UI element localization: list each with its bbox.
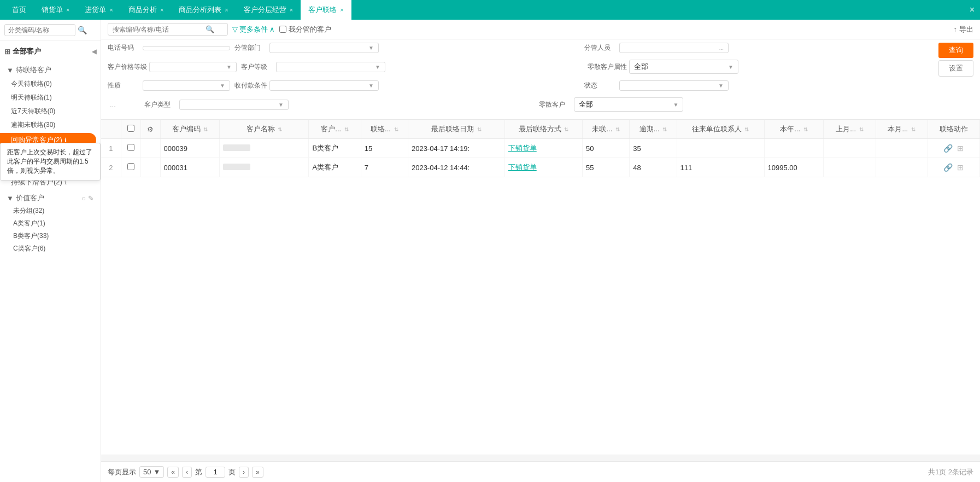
sort-overdue-icon[interactable]: ⇅ — [662, 126, 667, 132]
row1-checkbox[interactable] — [127, 144, 134, 151]
col-header-overdue: 逾期... ⇅ — [630, 120, 677, 139]
horizontal-scrollbar[interactable] — [101, 455, 980, 461]
top-navigation: 首页 销货单 × 进货单 × 商品分析 × 商品分析列表 × 客户分层经营 × … — [0, 0, 980, 20]
sidebar-unclassified[interactable]: 未分组(32) — [4, 205, 96, 217]
circle-icon[interactable]: ○ — [81, 194, 86, 202]
nav-tab-purchase[interactable]: 进货单 × — [77, 0, 120, 20]
nav-tab-product-analysis[interactable]: 商品分析 × — [121, 0, 171, 20]
row1-this-year — [764, 139, 824, 158]
col-header-settings[interactable]: ⚙ — [140, 120, 160, 139]
customer-level-select[interactable]: ▼ — [276, 62, 385, 72]
sidebar-all-customers-header[interactable]: ⊞ 全部客户 ◀ — [0, 44, 101, 59]
my-customer-checkbox-wrap[interactable]: 我分管的客户 — [279, 25, 331, 34]
row1-last-method-link[interactable]: 下销货单 — [508, 144, 537, 152]
sidebar-search-input[interactable] — [4, 24, 75, 36]
sidebar-c-class[interactable]: C类客户(6) — [4, 242, 96, 255]
settings-button[interactable]: 设置 — [938, 60, 973, 77]
nav-tab-customer-contact[interactable]: 客户联络 × — [301, 0, 351, 20]
row1-settings — [140, 139, 160, 158]
sort-contact-icon[interactable]: ⇅ — [394, 126, 398, 132]
sort-this-year-icon[interactable]: ⇅ — [803, 126, 808, 132]
table-scroll-area[interactable]: ⚙ 客户编码 ⇅ 客户名称 ⇅ 客户... — [101, 120, 980, 455]
row2-last-month — [824, 158, 876, 177]
row2-link-icon[interactable]: 🔗 — [943, 163, 953, 172]
sidebar-today-pending[interactable]: 今天待联络(0) — [0, 77, 101, 91]
sidebar-b-class[interactable]: B类客户(33) — [4, 230, 96, 242]
scatter-attr-select[interactable]: 全部 ▼ — [629, 60, 738, 74]
col-header-check — [121, 120, 140, 139]
nature-arrow: ▼ — [220, 83, 225, 89]
more-conditions-btn[interactable]: ▽ 更多条件 ∧ — [232, 25, 275, 34]
phone-input[interactable] — [143, 46, 230, 50]
close-customer-contact-tab[interactable]: × — [340, 7, 343, 13]
close-product-list-tab[interactable]: × — [225, 7, 228, 13]
status-select[interactable]: ▼ — [619, 80, 729, 91]
select-all-checkbox[interactable] — [127, 125, 134, 132]
sort-name-icon[interactable]: ⇅ — [278, 126, 282, 132]
dept-arrow: ▼ — [368, 45, 374, 51]
close-all-tabs[interactable]: × — [970, 5, 975, 15]
sidebar-search-icon[interactable]: 🔍 — [78, 26, 87, 34]
pending-contact-group: ▼ 待联络客户 今天待联络(0) 明天待联络(1) 近7天待联络(0) 逾期未联… — [0, 62, 101, 133]
sort-this-month-icon[interactable]: ⇅ — [911, 126, 916, 132]
page-number-input[interactable] — [206, 467, 225, 478]
per-page-arrow: ▼ — [153, 468, 160, 476]
row1-link-icon[interactable]: 🔗 — [943, 144, 953, 153]
dept-select[interactable]: ▼ — [269, 43, 379, 53]
row2-grid-icon[interactable]: ⊞ — [957, 163, 964, 172]
row1-this-month — [876, 139, 928, 158]
row2-contact: 7 — [361, 158, 408, 177]
sort-code-icon[interactable]: ⇅ — [203, 126, 208, 132]
row2-last-method-link[interactable]: 下销货单 — [508, 163, 537, 171]
prev-page-btn[interactable]: ‹ — [182, 467, 192, 478]
close-customer-tier-tab[interactable]: × — [290, 7, 293, 13]
close-purchase-tab[interactable]: × — [109, 7, 113, 13]
manager-select[interactable]: ... — [619, 43, 729, 53]
row2-checkbox[interactable] — [127, 163, 134, 170]
sort-unpaid-icon[interactable]: ⇅ — [615, 126, 620, 132]
close-product-analysis-tab[interactable]: × — [160, 7, 163, 13]
row2-last-method[interactable]: 下销货单 — [504, 158, 582, 177]
nav-tab-customer-tier[interactable]: 客户分层经营 × — [236, 0, 301, 20]
sort-contact-person-icon[interactable]: ⇅ — [744, 126, 749, 132]
customer-table: ⚙ 客户编码 ⇅ 客户名称 ⇅ 客户... — [101, 120, 980, 177]
sort-last-month-icon[interactable]: ⇅ — [859, 126, 864, 132]
sort-level-icon[interactable]: ⇅ — [344, 126, 349, 132]
price-level-select[interactable]: ▼ — [149, 62, 237, 72]
last-page-btn[interactable]: » — [252, 467, 263, 478]
my-customer-checkbox[interactable] — [279, 26, 286, 33]
filter-customer-level: 客户等级 ▼ — [241, 62, 583, 72]
nature-select[interactable]: ▼ — [143, 80, 230, 91]
sidebar-7day-pending[interactable]: 近7天待联络(0) — [0, 104, 101, 118]
nav-tab-home[interactable]: 首页 — [4, 0, 34, 20]
close-sales-tab[interactable]: × — [66, 7, 69, 13]
scatter-customer-select[interactable]: 全部 ▼ — [574, 97, 683, 112]
row1-check[interactable] — [121, 139, 140, 158]
next-page-btn[interactable]: › — [239, 467, 249, 478]
sidebar-overdue-pending[interactable]: 逾期未联络(30) — [0, 118, 101, 132]
sort-last-method-icon[interactable]: ⇅ — [564, 126, 568, 132]
sort-last-date-icon[interactable]: ⇅ — [477, 126, 482, 132]
collapse-icon[interactable]: ◀ — [92, 48, 96, 55]
main-search-input[interactable] — [113, 26, 206, 33]
col-header-last-month: 上月... ⇅ — [824, 120, 876, 139]
sidebar-tomorrow-pending[interactable]: 明天待联络(1) — [0, 91, 101, 104]
first-page-btn[interactable]: « — [167, 467, 179, 478]
nav-tab-sales[interactable]: 销货单 × — [34, 0, 77, 20]
edit-icon[interactable]: ✎ — [88, 194, 94, 202]
nav-tab-product-analysis-list[interactable]: 商品分析列表 × — [171, 0, 236, 20]
value-group-header[interactable]: ▼ 价值客户 ○ ✎ — [4, 191, 96, 205]
filter-dots[interactable]: ... — [108, 101, 118, 109]
row2-check[interactable] — [121, 158, 140, 177]
customer-type-select[interactable]: ▼ — [179, 100, 289, 110]
table-row: 2 000031 A类客户 7 2023-04-12 14:44: 下销 — [101, 158, 980, 177]
payment-select[interactable]: ▼ — [269, 80, 379, 91]
row1-grid-icon[interactable]: ⊞ — [957, 144, 964, 153]
per-page-select[interactable]: 50 ▼ — [139, 466, 164, 478]
query-button[interactable]: 查询 — [938, 43, 973, 58]
sidebar-a-class[interactable]: A类客户(1) — [4, 217, 96, 230]
row1-last-method[interactable]: 下销货单 — [504, 139, 582, 158]
main-search-icon[interactable]: 🔍 — [206, 25, 214, 33]
export-button[interactable]: ↑ 导出 — [954, 25, 974, 34]
pending-contact-group-header[interactable]: ▼ 待联络客户 — [0, 63, 101, 77]
